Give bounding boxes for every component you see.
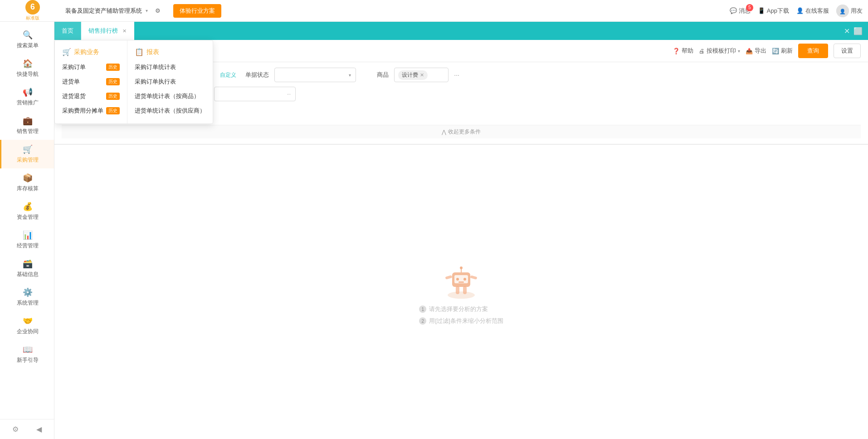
dropdown-item-return[interactable]: 进货退货 历史 — [55, 89, 127, 104]
svg-rect-12 — [456, 286, 459, 294]
basicinfo-icon: 🗃️ — [23, 259, 33, 269]
notification-badge: 5 — [746, 4, 753, 11]
app-download-label: App下载 — [767, 7, 789, 15]
message-button[interactable]: 💬 消息 5 — [730, 7, 751, 15]
goods-more-icon[interactable]: ··· — [454, 71, 459, 79]
dropdown-item-inbound[interactable]: 进货单 历史 — [55, 74, 127, 89]
inbound-stats-goods-label: 进货单统计表（按商品） — [135, 92, 200, 100]
sidebar-item-basicinfo[interactable]: 🗃️ 基础信息 — [0, 254, 54, 283]
operations-icon: 📊 — [23, 230, 33, 240]
shortcut-custom[interactable]: 自定义 — [220, 71, 236, 79]
tab-sales-ranking-label: 销售排行榜 — [88, 27, 118, 35]
app-logo-icon: 6 — [25, 0, 40, 15]
sidebar-item-purchase-label: 采购管理 — [17, 156, 39, 164]
history-badge-expense: 历史 — [106, 107, 120, 114]
service-icon: 👤 — [796, 7, 804, 14]
inventory-icon: 📦 — [23, 173, 33, 183]
logo-text: 标准版 — [26, 15, 39, 21]
search-icon: 🔍 — [23, 30, 33, 40]
dropdown-item-expense[interactable]: 采购费用分摊单 历史 — [55, 104, 127, 118]
sidebar-item-marketing[interactable]: 📢 营销推广 — [0, 83, 54, 111]
empty-illustration — [439, 259, 484, 300]
dropdown-header-purchase-label: 采购业务 — [74, 48, 99, 56]
tab-close-icon[interactable]: ✕ — [122, 28, 127, 34]
svg-point-4 — [448, 291, 475, 299]
step-1-text: 请先选择要分析的方案 — [429, 305, 488, 313]
dropdown-item-order-exec[interactable]: 采购订单执行表 — [127, 74, 213, 89]
tab-home[interactable]: 首页 — [54, 22, 81, 40]
logo-area: 6 标准版 — [5, 0, 60, 21]
export-button[interactable]: 📤 导出 — [746, 47, 766, 55]
system-settings-icon[interactable]: ⚙ — [151, 5, 164, 17]
sidebar-item-collab-label: 企业协同 — [17, 328, 39, 335]
print-button[interactable]: 🖨 按模板打印 ▾ — [699, 47, 740, 55]
goods-chip: 设计费 ✕ — [398, 70, 428, 80]
collapse-up-icon: ⋀ — [442, 129, 446, 135]
sidebar-item-search-label: 搜索菜单 — [17, 42, 39, 49]
help-label: 帮助 — [682, 47, 693, 55]
order-stats-label: 采购订单统计表 — [135, 63, 176, 71]
sidebar-item-sales[interactable]: 💼 销售管理 — [0, 111, 54, 140]
sidebar-item-quicknav-label: 快捷导航 — [17, 70, 39, 78]
sidebar-item-purchase[interactable]: 🛒 采购管理 — [0, 140, 54, 168]
query-button[interactable]: 查询 — [798, 44, 828, 58]
sidebar-item-finance-label: 资金管理 — [17, 213, 39, 221]
tab-home-label: 首页 — [62, 27, 73, 35]
doc-status-label: 单据状态 — [242, 71, 269, 79]
refresh-button[interactable]: 🔄 刷新 — [772, 47, 793, 55]
dropdown-header-purchase: 🛒 采购业务 — [55, 46, 127, 60]
dropdown-header-reports: 📋 报表 — [127, 46, 213, 60]
empty-steps: 1 请先选择要分析的方案 2 用[过滤]条件来缩小分析范围 — [419, 305, 503, 325]
goods-label: 商品 — [361, 71, 389, 79]
user-avatar: 👤 — [836, 5, 849, 17]
dropdown-item-inbound-stats-goods[interactable]: 进货单统计表（按商品） — [127, 89, 213, 104]
dropdown-item-purchase-order[interactable]: 采购订单 历史 — [55, 60, 127, 74]
tab-minimize-icon[interactable]: ✕ — [844, 27, 850, 35]
sidebar-item-collab[interactable]: 🤝 企业协同 — [0, 311, 54, 340]
sidebar-item-guide[interactable]: 📖 新手引导 — [0, 340, 54, 369]
help-button[interactable]: ❓ 帮助 — [673, 47, 693, 55]
dropdown-col-reports: 📋 报表 采购订单统计表 采购订单执行表 进货单统计表（按商品） 进货单统计表（… — [127, 40, 213, 123]
tab-bar: 首页 销售排行榜 ✕ ✕ ⬜ 🛒 采购业务 采购订单 — [54, 22, 868, 40]
home-icon: 🏠 — [23, 59, 33, 69]
salesperson-select[interactable]: ··· — [214, 87, 296, 101]
sidebar-item-quicknav[interactable]: 🏠 快捷导航 — [0, 54, 54, 83]
svg-rect-13 — [463, 286, 467, 294]
svg-point-8 — [463, 278, 466, 281]
print-chevron-icon[interactable]: ▾ — [738, 49, 740, 54]
tab-sales-ranking[interactable]: 销售排行榜 ✕ — [81, 22, 134, 40]
history-badge-purchase-order: 历史 — [106, 64, 120, 71]
settings-button[interactable]: 设置 — [834, 44, 861, 58]
industry-solution-button[interactable]: 体验行业方案 — [173, 4, 221, 18]
user-menu-button[interactable]: 👤 用友 — [836, 5, 863, 17]
goods-filter[interactable]: 设计费 ✕ — [394, 68, 449, 82]
sidebar-bottom: ⚙ ◀ — [0, 419, 54, 439]
sidebar-item-finance[interactable]: 💰 资金管理 — [0, 197, 54, 226]
collapse-bar[interactable]: ⋀ 收起更多条件 — [62, 125, 861, 138]
svg-rect-9 — [458, 281, 464, 283]
sidebar-item-sysmanage[interactable]: ⚙️ 系统管理 — [0, 283, 54, 311]
top-header: 6 标准版 装备及固定资产辅助管理系统 ▾ ⚙ 体验行业方案 💬 消息 5 📱 … — [0, 0, 868, 22]
online-service-label: 在线客服 — [805, 7, 829, 15]
sidebar-collapse-icon[interactable]: ◀ — [36, 425, 42, 434]
dropdown-item-order-stats[interactable]: 采购订单统计表 — [127, 60, 213, 74]
doc-status-select[interactable]: ▾ — [274, 68, 356, 82]
sidebar-item-search[interactable]: 🔍 搜索菜单 — [0, 25, 54, 54]
svg-point-7 — [456, 278, 459, 281]
app-download-button[interactable]: 📱 App下载 — [758, 7, 789, 15]
online-service-button[interactable]: 👤 在线客服 — [796, 7, 829, 15]
goods-chip-close-icon[interactable]: ✕ — [420, 72, 424, 78]
sidebar-item-basicinfo-label: 基础信息 — [17, 271, 39, 278]
empty-step-1: 1 请先选择要分析的方案 — [419, 305, 503, 313]
dropdown-item-inbound-stats-supplier[interactable]: 进货单统计表（按供应商） — [127, 104, 213, 118]
sidebar-item-inventory[interactable]: 📦 库存核算 — [0, 168, 54, 197]
system-title-chevron-icon[interactable]: ▾ — [146, 8, 148, 13]
system-title-area: 装备及固定资产辅助管理系统 ▾ ⚙ — [60, 5, 170, 17]
sidebar-item-guide-label: 新手引导 — [17, 356, 39, 364]
svg-text:👤: 👤 — [839, 8, 846, 15]
tab-maximize-icon[interactable]: ⬜ — [853, 27, 863, 35]
sidebar-item-operations[interactable]: 📊 经营管理 — [0, 226, 54, 254]
sidebar-settings-icon[interactable]: ⚙ — [12, 425, 19, 434]
guide-icon: 📖 — [23, 345, 33, 355]
help-icon: ❓ — [673, 48, 680, 54]
